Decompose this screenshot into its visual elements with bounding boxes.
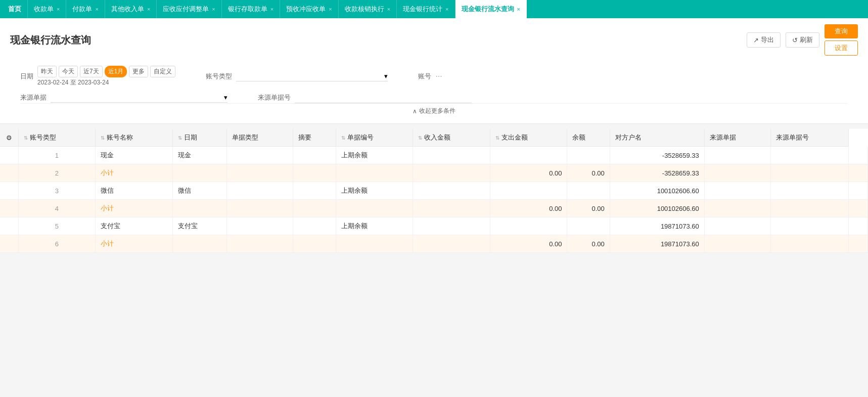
nav-home[interactable]: 首页: [2, 0, 28, 18]
col-account-name[interactable]: ⇅账号名称: [96, 129, 173, 147]
nav-tab-cash-flow[interactable]: 现金银行流水查询×: [455, 0, 527, 18]
header-actions: ↗ 导出 ↺ 刷新 查询 设置: [747, 24, 858, 56]
row-number: 5: [18, 217, 96, 235]
nav-tab-advance[interactable]: 预收冲应收单×: [280, 0, 338, 18]
nav-tab-verify[interactable]: 收款核销执行×: [339, 0, 397, 18]
col-account-type[interactable]: ⇅账号类型: [18, 129, 96, 147]
export-icon: ↗: [753, 36, 759, 44]
col-summary[interactable]: 摘要: [293, 129, 336, 147]
chevron-down-icon: ▾: [384, 72, 388, 80]
refresh-icon: ↺: [792, 36, 798, 44]
date-more[interactable]: 更多: [129, 66, 148, 77]
close-icon[interactable]: ×: [329, 6, 332, 12]
row-gear: [0, 182, 18, 200]
nav-tab-payments[interactable]: 付款单×: [66, 0, 105, 18]
source-doc-no-filter: 来源单据号: [258, 92, 472, 103]
query-button[interactable]: 查询: [825, 24, 858, 38]
nav-tab-receipts[interactable]: 收款单×: [28, 0, 66, 18]
collapse-label: 收起更多条件: [419, 107, 455, 115]
col-doc-no[interactable]: ⇅单据编号: [336, 129, 413, 147]
row-number: 1: [18, 147, 96, 164]
account-type-select[interactable]: ▾: [236, 71, 388, 81]
gear-header: ⚙: [0, 129, 18, 147]
source-doc-select[interactable]: ▾: [51, 93, 227, 103]
row-number: 4: [18, 200, 96, 217]
date-range: 2023-02-24 至 2023-03-24: [37, 78, 175, 87]
export-button[interactable]: ↗ 导出: [747, 32, 781, 48]
col-balance[interactable]: 余额: [567, 129, 610, 147]
col-date[interactable]: ⇅日期: [172, 129, 227, 147]
table-row[interactable]: 3微信微信上期余额100102606.60: [0, 182, 868, 200]
date-7days[interactable]: 近7天: [80, 66, 103, 77]
close-icon[interactable]: ×: [445, 6, 448, 12]
close-icon[interactable]: ×: [270, 6, 273, 12]
nav-tab-other-income[interactable]: 其他收入单×: [105, 0, 157, 18]
table-header-row: ⚙ ⇅账号类型 ⇅账号名称 ⇅日期 单据类型 摘要 ⇅单据编号 ⇅收入金额 ⇅支…: [0, 129, 868, 147]
close-icon[interactable]: ×: [517, 6, 520, 12]
nav-tab-ar-ap-adjust[interactable]: 应收应付调整单×: [157, 0, 221, 18]
table-row[interactable]: 6小计0.000.0019871073.60: [0, 235, 868, 253]
table-row[interactable]: 2小计0.000.00-3528659.33: [0, 164, 868, 182]
refresh-button[interactable]: ↺ 刷新: [786, 32, 819, 48]
row-number: 3: [18, 182, 96, 200]
close-icon[interactable]: ×: [212, 6, 215, 12]
collapse-button[interactable]: ∧ 收起更多条件: [20, 103, 848, 118]
chevron-down-icon-2: ▾: [224, 94, 227, 101]
row-number: 6: [18, 235, 96, 253]
date-label: 日期: [20, 72, 33, 81]
row-gear: [0, 147, 18, 164]
source-doc-no-label: 来源单据号: [258, 93, 291, 102]
row-gear: [0, 200, 18, 217]
date-shortcuts: 昨天 今天 近7天 近1月 更多 自定义: [37, 66, 175, 77]
nav-home-label: 首页: [8, 5, 21, 14]
col-source-doc[interactable]: 来源单据: [704, 129, 770, 147]
col-income[interactable]: ⇅收入金额: [413, 129, 490, 147]
date-filter: 日期 昨天 今天 近7天 近1月 更多 自定义 2023-02-24 至 202…: [20, 66, 175, 87]
page-title: 现金银行流水查询: [10, 33, 91, 47]
page-header: 现金银行流水查询 ↗ 导出 ↺ 刷新 查询 设置 日期 昨天: [0, 18, 868, 124]
settings-button[interactable]: 设置: [825, 40, 858, 56]
col-source-doc-no[interactable]: 来源单据号: [770, 129, 848, 147]
ellipsis-icon[interactable]: ···: [435, 72, 442, 81]
date-1month[interactable]: 近1月: [105, 66, 127, 77]
gear-icon[interactable]: ⚙: [6, 134, 12, 142]
nav-tab-bank-deposit[interactable]: 银行存取款单×: [222, 0, 280, 18]
table-row[interactable]: 1现金现金上期余额-3528659.33: [0, 147, 868, 164]
col-doc-type[interactable]: 单据类型: [227, 129, 293, 147]
close-icon[interactable]: ×: [147, 6, 150, 12]
account-type-label: 账号类型: [206, 72, 232, 81]
table-row[interactable]: 5支付宝支付宝上期余额19871073.60: [0, 217, 868, 235]
chevron-up-icon: ∧: [413, 108, 417, 115]
table-container: ⚙ ⇅账号类型 ⇅账号名称 ⇅日期 单据类型 摘要 ⇅单据编号 ⇅收入金额 ⇅支…: [0, 129, 868, 253]
date-yesterday[interactable]: 昨天: [37, 66, 57, 77]
account-label: 账号: [418, 72, 431, 81]
close-icon[interactable]: ×: [387, 6, 390, 12]
row-number: 2: [18, 164, 96, 182]
row-gear: [0, 164, 18, 182]
table-row[interactable]: 4小计0.000.00100102606.60: [0, 200, 868, 217]
close-icon[interactable]: ×: [57, 6, 60, 12]
data-table: ⚙ ⇅账号类型 ⇅账号名称 ⇅日期 单据类型 摘要 ⇅单据编号 ⇅收入金额 ⇅支…: [0, 129, 868, 253]
row-gear: [0, 217, 18, 235]
filter-area: 日期 昨天 今天 近7天 近1月 更多 自定义 2023-02-24 至 202…: [10, 61, 858, 123]
date-custom[interactable]: 自定义: [150, 66, 175, 77]
nav-tab-cash-stat[interactable]: 现金银行统计×: [397, 0, 455, 18]
col-counterpart[interactable]: 对方户名: [610, 129, 704, 147]
source-doc-label: 来源单据: [20, 93, 47, 102]
source-doc-no-input[interactable]: [295, 92, 472, 103]
close-icon[interactable]: ×: [95, 6, 98, 12]
date-today[interactable]: 今天: [59, 66, 78, 77]
account-filter: 账号 ···: [418, 72, 442, 81]
source-doc-filter: 来源单据 ▾: [20, 93, 227, 103]
top-nav: 首页 收款单× 付款单× 其他收入单× 应收应付调整单× 银行存取款单× 预收冲…: [0, 0, 868, 18]
row-gear: [0, 235, 18, 253]
account-type-filter: 账号类型 ▾: [206, 71, 388, 81]
col-expense[interactable]: ⇅支出金额: [490, 129, 567, 147]
